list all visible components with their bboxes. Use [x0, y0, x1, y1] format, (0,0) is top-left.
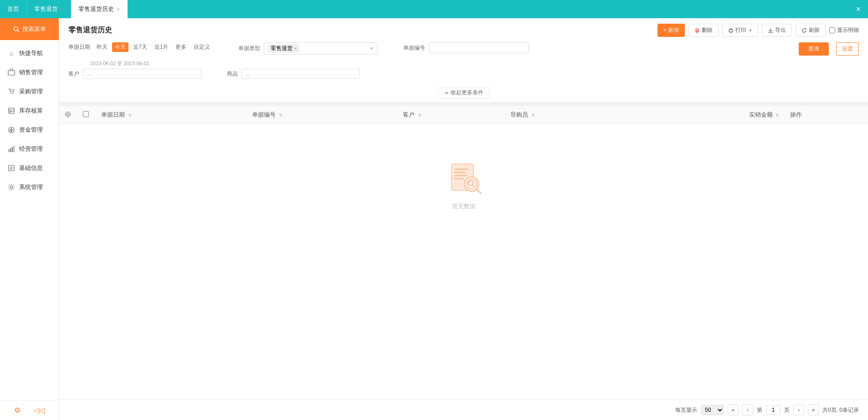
filter-row-1: 单据日期 昨天 今天 近7天 近1月 更多 自定义 单据类型 — [68, 42, 859, 56]
page-label: 页 — [784, 406, 790, 414]
tab-retail-return[interactable]: 零售退货 × — [27, 0, 71, 18]
sort-no-icon: ⇅ — [279, 113, 282, 118]
home-icon: ⌂ — [7, 49, 15, 57]
operations-icon — [7, 145, 15, 153]
th-no-label: 单据编号 — [252, 111, 276, 118]
prev-page-icon: ‹ — [747, 407, 749, 413]
tab-retail-return-close[interactable]: × — [61, 6, 63, 12]
sidebar-item-quick-nav-label: 快捷导航 — [19, 49, 43, 57]
prev-page-button[interactable]: ‹ — [742, 405, 753, 415]
sort-customer-icon: ⇅ — [418, 113, 421, 118]
svg-rect-11 — [11, 148, 12, 152]
customer-filter-item: 客户 ... — [68, 69, 201, 79]
voucher-no-label: 单据编号 — [403, 44, 425, 52]
date-range-display: 2023-06-02 至 2023-06-02 — [68, 60, 859, 69]
next-page-button[interactable]: › — [793, 405, 804, 415]
window-close-button[interactable]: × — [856, 5, 861, 14]
tab-home-label: 首页 — [7, 5, 19, 13]
column-settings-icon — [65, 111, 71, 118]
voucher-type-select[interactable]: 零售退货 × ▼ — [264, 42, 378, 55]
new-button[interactable]: + 新增 — [657, 24, 685, 37]
date-btn-1month[interactable]: 近1月 — [152, 42, 171, 52]
table-container: 单据日期 ⇅ 单据编号 ⇅ 客户 ⇅ — [59, 106, 868, 420]
sidebar-item-inventory[interactable]: 库存核算 — [0, 101, 59, 120]
th-checkbox[interactable] — [77, 106, 96, 124]
voucher-type-label: 单据类型 — [238, 45, 260, 52]
toolbar-buttons: + 新增 删除 打印 ▼ — [657, 24, 859, 37]
tab-retail-return-history-close[interactable]: × — [117, 6, 119, 12]
display-detail-check[interactable] — [829, 27, 835, 33]
sidebar-nav: ⌂ 快捷导航 销售管理 — [0, 40, 59, 400]
th-date[interactable]: 单据日期 ⇅ — [96, 106, 247, 124]
filter-area: 单据日期 昨天 今天 近7天 近1月 更多 自定义 单据类型 — [68, 42, 859, 102]
voucher-type-tag: 零售退货 × — [268, 44, 299, 53]
collapse-button[interactable]: 收起更多条件 — [438, 87, 489, 98]
date-btn-custom[interactable]: 自定义 — [191, 42, 213, 52]
select-all-checkbox[interactable] — [83, 111, 89, 117]
date-btn-yesterday[interactable]: 昨天 — [94, 42, 110, 52]
svg-rect-12 — [13, 147, 14, 152]
sidebar-item-operations[interactable]: 经营管理 — [0, 139, 59, 159]
query-button[interactable]: 查询 — [799, 42, 829, 56]
print-button[interactable]: 打印 ▼ — [722, 24, 758, 37]
th-amount[interactable]: 实销金额 ⇅ — [634, 106, 785, 124]
refresh-button[interactable]: 刷新 — [796, 24, 826, 37]
display-detail-checkbox[interactable]: 显示明细 — [829, 26, 859, 34]
table-wrap: 单据日期 ⇅ 单据编号 ⇅ 客户 ⇅ — [59, 106, 868, 400]
table-header-row: 单据日期 ⇅ 单据编号 ⇅ 客户 ⇅ — [59, 106, 868, 124]
svg-rect-27 — [454, 172, 465, 173]
first-page-button[interactable]: « — [728, 405, 739, 415]
svg-rect-28 — [454, 175, 467, 176]
date-range-text: 2023-06-02 至 2023-06-02 — [90, 61, 149, 66]
data-table: 单据日期 ⇅ 单据编号 ⇅ 客户 ⇅ — [59, 106, 868, 124]
tab-retail-return-history[interactable]: 零售退货历史 × — [71, 0, 127, 18]
sidebar-item-basic-info[interactable]: 基础信息 — [0, 159, 59, 178]
tab-home[interactable]: 首页 — [0, 0, 27, 18]
th-no[interactable]: 单据编号 ⇅ — [247, 106, 397, 124]
collapse-label: 收起更多条件 — [451, 89, 483, 97]
voucher-type-tag-close[interactable]: × — [294, 46, 297, 51]
customer-select[interactable]: ... — [83, 69, 201, 79]
page-size-select[interactable]: 10 20 50 100 — [701, 405, 724, 415]
last-page-button[interactable]: » — [808, 405, 819, 415]
customer-label: 客户 — [68, 70, 79, 78]
search-menu-button[interactable]: 搜索菜单 — [0, 18, 59, 40]
first-page-icon: « — [732, 407, 735, 413]
speaker-icon[interactable]: ◁◁ — [34, 406, 45, 415]
sidebar-item-purchase-mgmt[interactable]: 采购管理 — [0, 82, 59, 101]
sidebar-item-system-mgmt[interactable]: 系统管理 — [0, 178, 59, 197]
sidebar-item-finance[interactable]: 资金管理 — [0, 120, 59, 139]
voucher-type-tag-text: 零售退货 — [271, 45, 293, 52]
export-button[interactable]: 导出 — [762, 24, 792, 37]
sidebar-item-sales-label: 销售管理 — [19, 68, 43, 77]
sidebar-item-quick-nav[interactable]: ⌂ 快捷导航 — [0, 44, 59, 63]
sidebar-item-operations-label: 经营管理 — [19, 145, 43, 153]
date-btn-today[interactable]: 今天 — [112, 42, 128, 52]
top-bar: 首页 零售退货 × 零售退货历史 × × — [0, 0, 868, 18]
settings-bottom-icon[interactable]: ⚙ — [14, 406, 21, 415]
pagination-bar: 每页显示 10 20 50 100 « ‹ 第 页 › — [59, 400, 868, 420]
goods-select[interactable]: ... — [241, 69, 360, 79]
th-date-label: 单据日期 — [101, 111, 125, 118]
goto-label: 第 — [757, 406, 762, 414]
date-btn-more[interactable]: 更多 — [173, 42, 189, 52]
customer-placeholder: ... — [87, 71, 92, 77]
date-btn-7days[interactable]: 近7天 — [130, 42, 150, 52]
tab-retail-return-label: 零售退货 — [34, 5, 58, 13]
th-settings[interactable] — [59, 106, 77, 124]
delete-button[interactable]: 删除 — [688, 24, 719, 37]
refresh-icon — [801, 28, 807, 33]
sidebar-item-sales-mgmt[interactable]: 销售管理 — [0, 63, 59, 82]
th-customer[interactable]: 客户 ⇅ — [397, 106, 505, 124]
th-guide[interactable]: 导购员 ⇅ — [505, 106, 634, 124]
voucher-no-input[interactable] — [429, 42, 529, 53]
sidebar: 搜索菜单 ⌂ 快捷导航 销售管理 — [0, 18, 59, 420]
delete-label: 删除 — [702, 26, 713, 34]
system-icon — [7, 183, 15, 191]
th-amount-label: 实销金额 — [749, 111, 773, 118]
setting-button[interactable]: 设置 — [836, 42, 859, 56]
search-menu-label: 搜索菜单 — [22, 25, 46, 33]
svg-rect-2 — [8, 71, 15, 75]
print-icon — [728, 28, 734, 33]
page-input[interactable] — [766, 405, 781, 415]
